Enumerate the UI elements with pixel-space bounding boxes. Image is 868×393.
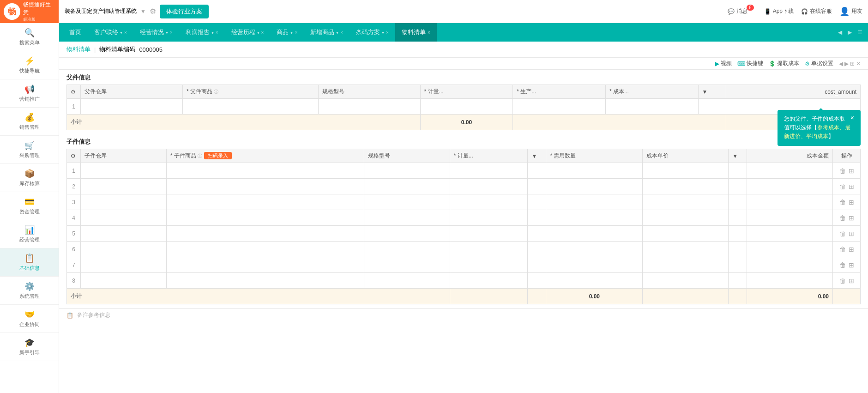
delete-icon-8[interactable]: 🗑 xyxy=(839,277,846,284)
child-unit-cost-3[interactable] xyxy=(643,194,729,210)
child-unit-5[interactable] xyxy=(450,226,528,242)
child-cost-amount-5[interactable] xyxy=(747,226,833,242)
child-unit-cost-2[interactable] xyxy=(643,179,729,194)
child-unit-3[interactable] xyxy=(450,194,528,210)
child-product-5[interactable] xyxy=(166,226,364,242)
child-unit-4[interactable] xyxy=(450,210,528,226)
sidebar-item-marketing[interactable]: 📢 营销推广 xyxy=(0,79,59,108)
child-cost-amount-8[interactable] xyxy=(747,273,833,289)
tab-bom-close[interactable]: × xyxy=(428,30,430,35)
child-qty-5[interactable] xyxy=(546,226,643,242)
child-qty-4[interactable] xyxy=(546,210,643,226)
child-unit-2[interactable] xyxy=(450,179,528,194)
child-spec-5[interactable] xyxy=(364,226,450,242)
child-product-1[interactable] xyxy=(166,163,364,179)
parent-cost-1[interactable] xyxy=(605,99,698,115)
child-unit-cost-5[interactable] xyxy=(643,226,729,242)
view-video-button[interactable]: ▶ 视频 xyxy=(715,60,732,67)
tab-barcode[interactable]: 条码方案 ▾ × xyxy=(350,23,395,42)
sidebar-item-inventory[interactable]: 📦 库存核算 xyxy=(0,164,59,192)
child-cost-amount-6[interactable] xyxy=(747,242,833,257)
child-warehouse-4[interactable] xyxy=(81,210,167,226)
tab-home[interactable]: 首页 xyxy=(63,23,88,42)
sidebar-item-sales[interactable]: 💰 销售管理 xyxy=(0,108,59,136)
copy-icon-1[interactable]: ⊞ xyxy=(849,167,854,175)
child-cost-amount-2[interactable] xyxy=(747,179,833,194)
tab-bom[interactable]: 物料清单 × xyxy=(395,23,437,42)
tab-operations[interactable]: 经营情况 ▾ × xyxy=(133,23,179,42)
breadcrumb-bom[interactable]: 物料清单 xyxy=(66,45,90,54)
try-button[interactable]: 体验行业方案 xyxy=(160,5,209,18)
child-qty-6[interactable] xyxy=(546,242,643,257)
tooltip-close-button[interactable]: × xyxy=(850,115,854,121)
delete-icon-3[interactable]: 🗑 xyxy=(839,199,846,206)
tab-new-products[interactable]: 新增商品 ▾ × xyxy=(304,23,350,42)
sidebar-item-operations[interactable]: 📊 经营管理 xyxy=(0,220,59,248)
get-cost-button[interactable]: 💲 提取成本 xyxy=(769,60,799,67)
app-download-button[interactable]: 📱 App下载 xyxy=(764,7,794,15)
dropdown-icon[interactable]: ▼ xyxy=(140,8,146,15)
delete-icon-7[interactable]: 🗑 xyxy=(839,261,846,269)
tab-products[interactable]: 商品 ▾ × xyxy=(270,23,304,42)
message-button[interactable]: 💬 消息 6 xyxy=(728,7,757,15)
tab-new-products-close[interactable]: × xyxy=(340,30,343,35)
delete-icon-5[interactable]: 🗑 xyxy=(839,230,846,237)
shortcut-button[interactable]: ⌨ 快捷键 xyxy=(737,60,763,67)
sidebar-item-finance[interactable]: 💳 资金管理 xyxy=(0,192,59,220)
parent-product-1[interactable] xyxy=(183,99,319,115)
copy-icon-2[interactable]: ⊞ xyxy=(849,183,854,190)
copy-icon-7[interactable]: ⊞ xyxy=(849,261,854,269)
child-unit-cost-6[interactable] xyxy=(643,242,729,257)
tab-customers[interactable]: 客户联络 ▾ × xyxy=(88,23,133,42)
delete-icon-6[interactable]: 🗑 xyxy=(839,246,846,253)
delete-icon-1[interactable]: 🗑 xyxy=(839,167,846,175)
parent-warehouse-1[interactable] xyxy=(81,99,183,115)
child-product-3[interactable] xyxy=(166,194,364,210)
child-qty-2[interactable] xyxy=(546,179,643,194)
sidebar-item-purchase[interactable]: 🛒 采购管理 xyxy=(0,136,59,164)
child-unit-cost-1[interactable] xyxy=(643,163,729,179)
child-warehouse-5[interactable] xyxy=(81,226,167,242)
child-unit-cost-4[interactable] xyxy=(643,210,729,226)
tab-customers-close[interactable]: × xyxy=(124,30,127,35)
child-qty-1[interactable] xyxy=(546,163,643,179)
child-product-2[interactable] xyxy=(166,179,364,194)
child-unit-7[interactable] xyxy=(450,257,528,273)
child-qty-8[interactable] xyxy=(546,273,643,289)
sidebar-item-quicknav[interactable]: ⚡ 快捷导航 xyxy=(0,51,59,79)
tab-history[interactable]: 经营历程 ▾ × xyxy=(225,23,271,42)
child-cost-amount-1[interactable] xyxy=(747,163,833,179)
child-warehouse-7[interactable] xyxy=(81,257,167,273)
bom-code-input[interactable] xyxy=(139,46,185,53)
nav-left-icon[interactable]: ◀ xyxy=(839,60,843,67)
parent-spec-1[interactable] xyxy=(318,99,420,115)
copy-icon-4[interactable]: ⊞ xyxy=(849,214,854,222)
tab-products-close[interactable]: × xyxy=(295,30,297,35)
child-unit-6[interactable] xyxy=(450,242,528,257)
child-spec-2[interactable] xyxy=(364,179,450,194)
sidebar-item-system[interactable]: ⚙️ 系统管理 xyxy=(0,277,59,305)
parent-unit-1[interactable] xyxy=(420,99,513,115)
child-unit-1[interactable] xyxy=(450,163,528,179)
tab-operations-close[interactable]: × xyxy=(170,30,173,35)
child-unit-cost-7[interactable] xyxy=(643,257,729,273)
child-warehouse-3[interactable] xyxy=(81,194,167,210)
service-button[interactable]: 🎧 在线客服 xyxy=(801,7,832,15)
user-button[interactable]: 👤 用友 xyxy=(839,6,862,17)
child-cost-amount-4[interactable] xyxy=(747,210,833,226)
parent-produce-1[interactable] xyxy=(513,99,606,115)
single-settings-button[interactable]: ⚙ 单据设置 xyxy=(805,60,833,67)
tab-profit-close[interactable]: × xyxy=(216,30,218,35)
nav-right-icon[interactable]: ▶ xyxy=(844,60,849,67)
sidebar-item-guide[interactable]: 🎓 新手引导 xyxy=(0,333,59,361)
grid-view-icon[interactable]: ⊞ xyxy=(850,60,855,67)
child-warehouse-6[interactable] xyxy=(81,242,167,257)
child-cost-amount-7[interactable] xyxy=(747,257,833,273)
child-product-4[interactable] xyxy=(166,210,364,226)
child-qty-3[interactable] xyxy=(546,194,643,210)
tab-barcode-close[interactable]: × xyxy=(386,30,389,35)
child-warehouse-8[interactable] xyxy=(81,273,167,289)
child-product-7[interactable] xyxy=(166,257,364,273)
scan-input-button[interactable]: 扫码录入 xyxy=(204,152,232,159)
delete-icon-4[interactable]: 🗑 xyxy=(839,214,846,222)
